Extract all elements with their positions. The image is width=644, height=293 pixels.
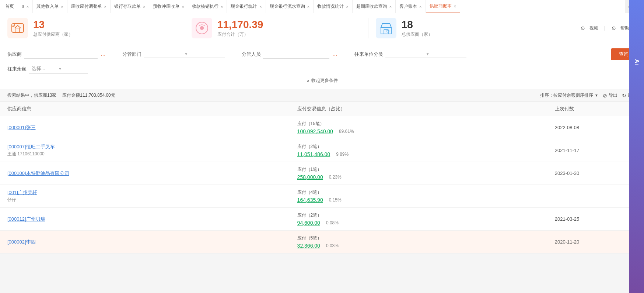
percentage: 9.89% xyxy=(336,152,349,157)
nav-tab-supplier[interactable]: 供应商账本 × xyxy=(426,0,460,13)
export-button[interactable]: ⊘ 导出 xyxy=(603,92,617,99)
supplier-info-cell: [000012]广州贝瑞 xyxy=(0,208,290,231)
result-actions: 排序：按应付余额倒序排序 ▼ ⊘ 导出 ↻ 刷新 xyxy=(540,92,637,99)
amount-link[interactable]: 94,600.00 xyxy=(297,220,320,226)
close-icon[interactable]: × xyxy=(419,4,421,9)
filter-unit: 往来单位分类 ▼ xyxy=(354,51,466,58)
nav-tab-bank-deposit[interactable]: 银行存取款单 × xyxy=(111,0,149,13)
nav-tab-customer[interactable]: 客户账本 × xyxy=(396,0,426,13)
amount-link[interactable]: 100,092,540.00 xyxy=(297,128,333,134)
nav-tab-collection-exec[interactable]: 收款核销执行 × xyxy=(188,0,227,13)
refresh-icon: ↻ xyxy=(622,93,626,99)
tx-label: 应付 xyxy=(297,235,306,241)
close-icon[interactable]: × xyxy=(27,4,29,9)
percentage: 0.23% xyxy=(329,175,342,180)
person-input[interactable] xyxy=(263,50,329,59)
tx-info-cell: 应付（15笔）100,092,540.0089.61% xyxy=(290,116,547,139)
close-icon[interactable]: × xyxy=(61,4,63,9)
balance-placeholder: 选择... xyxy=(32,65,58,72)
table-header: 供应商信息 应付交易信息（占比） 上次付数 xyxy=(0,102,644,116)
tx-label-count: 应付（4笔） xyxy=(297,189,540,196)
tx-label-count: 应付（15笔） xyxy=(297,121,540,127)
tx-info-cell: 应付（5笔）32,366.000.03% xyxy=(290,231,547,254)
nav-tab-cash-stat[interactable]: 现金银行统计 × xyxy=(227,0,266,13)
tx-count: （15笔） xyxy=(306,121,324,126)
sort-select[interactable]: 排序：按应付余额倒序排序 ▼ xyxy=(540,92,598,99)
amount-link[interactable]: 258,000.00 xyxy=(297,174,323,180)
balance-select[interactable]: 选择... ▼ xyxy=(29,64,88,74)
nav-tab-other-income[interactable]: 其他收入单 × xyxy=(33,0,67,13)
close-icon[interactable]: × xyxy=(143,4,145,9)
supplier-info-cell: [000002]李四 xyxy=(0,231,290,254)
tx-info-cell: 应付（2笔）94,600.000.08% xyxy=(290,208,547,231)
amount-link[interactable]: 164,635.90 xyxy=(297,197,323,203)
nav-tab-ap-adjust[interactable]: 应收应付调整单 × xyxy=(67,0,111,13)
tx-count: （1笔） xyxy=(306,167,322,172)
close-icon[interactable]: × xyxy=(454,4,456,8)
amount-link[interactable]: 11,051,486.00 xyxy=(297,151,330,157)
stat-icon-store xyxy=(376,18,396,38)
close-icon[interactable]: × xyxy=(221,4,223,9)
amount-link[interactable]: 32,366.00 xyxy=(297,243,320,249)
person-label: 分管人员 xyxy=(242,51,261,58)
close-icon[interactable]: × xyxy=(259,4,262,9)
collapse-bar: ∧ 收起更多条件 xyxy=(7,77,637,84)
video-link[interactable]: 视频 xyxy=(589,25,598,31)
ai-panel[interactable]: Ai xyxy=(629,0,644,254)
person-dots[interactable]: ... xyxy=(332,51,337,58)
supplier-dots[interactable]: ... xyxy=(101,51,105,58)
tx-info-cell: 应付（2笔）11,051,486.009.89% xyxy=(290,139,547,162)
tx-info-cell: 应付（4笔）164,635.900.15% xyxy=(290,185,547,208)
filter-dept: 分管部门 ▼ xyxy=(122,51,225,58)
supplier-link[interactable]: [000012]广州贝瑞 xyxy=(7,216,45,222)
col-tx-info: 应付交易信息（占比） xyxy=(290,102,547,116)
data-table-wrapper: 供应商信息 应付交易信息（占比） 上次付数 [000001]张三应付（15笔）1… xyxy=(0,102,644,254)
video-icon: ⊙ xyxy=(581,25,585,31)
nav-tab-advance[interactable]: 预收冲应收单 × xyxy=(149,0,188,13)
table-row: [000012]广州贝瑞应付（2笔）94,600.000.08%2021-03-… xyxy=(0,208,644,231)
sort-label: 排序：按应付余额倒序排序 xyxy=(540,92,593,99)
close-icon[interactable]: × xyxy=(182,4,184,9)
table-row: [000001]张三应付（15笔）100,092,540.0089.61%202… xyxy=(0,116,644,139)
supplier-input[interactable] xyxy=(24,50,98,59)
close-icon[interactable]: × xyxy=(307,4,309,9)
balance-label: 往来余额 xyxy=(7,66,27,72)
tx-label-count: 应付（2笔） xyxy=(297,212,540,218)
supplier-table: 供应商信息 应付交易信息（占比） 上次付数 [000001]张三应付（15笔）1… xyxy=(0,102,644,254)
result-amount: 应付金额111,703,854.00元 xyxy=(62,92,115,99)
supplier-link[interactable]: [000002]李四 xyxy=(7,239,36,245)
tx-amount-row: 100,092,540.0089.61% xyxy=(297,128,540,134)
tx-count: （2笔） xyxy=(306,213,322,218)
filter-balance: 往来余额 选择... ▼ xyxy=(7,64,88,74)
collapse-button[interactable]: ∧ 收起更多条件 xyxy=(307,77,338,84)
nav-tab-cash-flow[interactable]: 现金银行流水查询 × xyxy=(266,0,314,13)
help-link[interactable]: 帮助 xyxy=(620,25,629,31)
svg-rect-9 xyxy=(387,30,389,32)
close-icon[interactable]: × xyxy=(389,4,392,9)
nav-tab-3[interactable]: 3 × xyxy=(18,0,33,13)
chevron-up-icon: ∧ xyxy=(307,78,310,83)
tx-info-cell: 应付（1笔）258,000.000.23% xyxy=(290,162,547,185)
tx-label-count: 应付（5笔） xyxy=(297,235,540,241)
unit-select[interactable]: ▼ xyxy=(385,51,466,58)
supplier-link[interactable]: [000001]张三 xyxy=(7,125,36,130)
supplier-link[interactable]: [000100]本特勤油品有限公司 xyxy=(7,170,69,176)
stat-card-suppliers: ¥ 13 总应付供应商（家） xyxy=(7,18,184,38)
col-supplier-info: 供应商信息 xyxy=(0,102,290,116)
close-icon[interactable]: × xyxy=(104,4,106,9)
nav-tab-overdue[interactable]: 超期应收款查询 × xyxy=(353,0,396,13)
nav-tab-collection-stat[interactable]: 收款情况统计 × xyxy=(314,0,352,13)
supplier-info-cell: [000007]恒旺二手叉车王通 17106110000 xyxy=(0,139,290,162)
dept-select[interactable]: ▼ xyxy=(144,51,225,58)
supplier-link[interactable]: [001]广州荣轩 xyxy=(7,190,37,195)
nav-tab-home[interactable]: 首页 xyxy=(1,0,18,13)
table-body: [000001]张三应付（15笔）100,092,540.0089.61%202… xyxy=(0,116,644,254)
supplier-link[interactable]: [000007]恒旺二手叉车 xyxy=(7,144,55,149)
stats-bar: ¥ 13 总应付供应商（家） 11,170.39 应付合计（万） xyxy=(0,13,644,43)
tx-label: 应付 xyxy=(297,190,306,195)
stat-label-amount: 应付合计（万） xyxy=(217,31,263,38)
tx-label: 应付 xyxy=(297,121,306,126)
help-icon: ⊙ xyxy=(612,25,616,31)
close-icon[interactable]: × xyxy=(346,4,348,9)
result-bar: 搜索结果中，供应商13家 应付金额111,703,854.00元 排序：按应付余… xyxy=(0,89,644,102)
